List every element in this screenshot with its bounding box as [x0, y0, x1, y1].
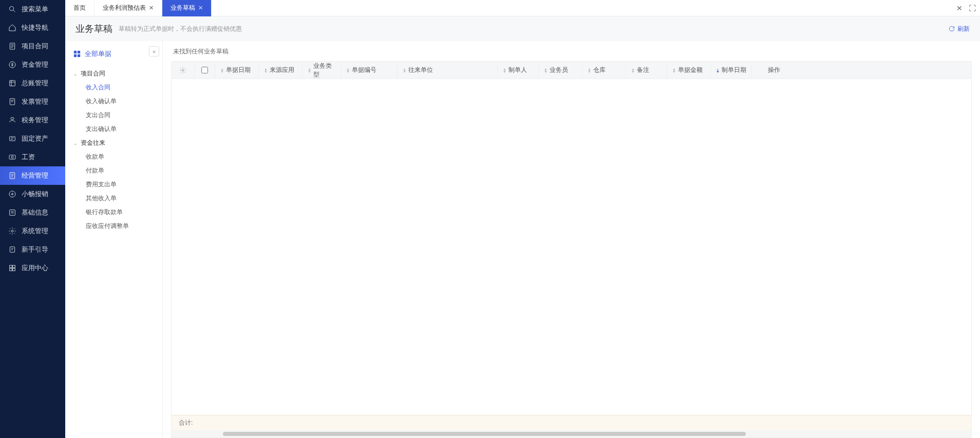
select-all-checkbox[interactable] — [195, 62, 215, 79]
svg-rect-17 — [13, 269, 15, 271]
sidebar-item-quick-nav[interactable]: 快捷导航 — [0, 18, 65, 37]
tab-home[interactable]: 首页 — [65, 0, 95, 16]
sidebar-item-label: 工资 — [22, 153, 35, 162]
sidebar-item-fund-mgmt[interactable]: 资金管理 — [0, 55, 65, 74]
tab-profit-estimate[interactable]: 业务利润预估表 ✕ — [95, 0, 162, 16]
sidebar-item-tax-mgmt[interactable]: 税务管理 — [0, 111, 65, 129]
all-documents-link[interactable]: 全部单据 — [65, 46, 162, 62]
sidebar-item-label: 总账管理 — [22, 79, 48, 88]
tree-leaf-expenditure-contract[interactable]: 支出合同 — [65, 108, 162, 122]
tree-leaf-expense[interactable]: 费用支出单 — [65, 178, 162, 192]
sidebar-item-project-contract[interactable]: 项目合同 — [0, 37, 65, 55]
data-table: 单据日期 来源应用 业务类型 单据编号 往来单位 制单人 业务员 仓库 备注 单… — [171, 61, 972, 438]
expense-icon — [8, 190, 16, 198]
search-icon — [8, 5, 16, 13]
svg-rect-15 — [13, 265, 15, 268]
column-header-biz-type[interactable]: 业务类型 — [303, 62, 341, 79]
sidebar-item-label: 搜索菜单 — [22, 5, 48, 14]
svg-rect-13 — [10, 247, 14, 253]
chevron-down-icon: ⌄ — [73, 141, 78, 146]
tree-group-fund-exchange[interactable]: ⌄ 资金往来 — [65, 136, 162, 150]
sidebar-item-salary[interactable]: 工资 — [0, 148, 65, 166]
close-icon[interactable]: ✕ — [198, 5, 203, 11]
tree-leaf-ar-ap-adjust[interactable]: 应收应付调整单 — [65, 219, 162, 233]
column-header-doc-no[interactable]: 单据编号 — [341, 62, 398, 79]
sidebar-item-expense-claim[interactable]: 小畅报销 — [0, 185, 65, 203]
tree-leaf-payment[interactable]: 付款单 — [65, 164, 162, 178]
sidebar-item-basic-info[interactable]: 基础信息 — [0, 203, 65, 222]
business-icon — [8, 172, 16, 180]
tab-bar: 首页 业务利润预估表 ✕ 业务草稿 ✕ ✕ ⛶ — [65, 0, 980, 16]
table-summary-row: 合计: — [172, 415, 971, 430]
tree-leaf-income-contract[interactable]: 收入合同 — [65, 81, 162, 94]
grid-icon — [73, 50, 81, 58]
document-tree: ⌄ 项目合同 收入合同 收入确认单 支出合同 支出确认单 ⌄ 资金往来 收款单 … — [65, 67, 162, 233]
svg-rect-3 — [10, 81, 15, 86]
page-subtitle: 草稿转为正式单据时，不会执行满赠促销优惠 — [119, 25, 242, 33]
sidebar-item-invoice-mgmt[interactable]: 发票管理 — [0, 92, 65, 111]
svg-point-22 — [182, 69, 184, 71]
empty-message: 未找到任何业务草稿 — [171, 47, 972, 61]
tree-leaf-expenditure-confirm[interactable]: 支出确认单 — [65, 122, 162, 136]
home-icon — [8, 24, 16, 32]
svg-rect-14 — [10, 265, 12, 268]
tab-business-draft[interactable]: 业务草稿 ✕ — [162, 0, 212, 16]
sidebar-item-label: 基础信息 — [22, 208, 48, 217]
tree-leaf-other-income[interactable]: 其他收入单 — [65, 192, 162, 205]
guide-icon — [8, 245, 16, 254]
svg-rect-7 — [9, 155, 15, 159]
tree-group-label: 资金往来 — [81, 139, 105, 147]
sidebar-item-newbie-guide[interactable]: 新手引导 — [0, 240, 65, 259]
sidebar-item-label: 经营管理 — [22, 171, 48, 180]
close-icon[interactable]: ✕ — [149, 5, 154, 11]
page-title: 业务草稿 — [76, 23, 112, 35]
salary-icon — [8, 153, 16, 161]
tab-label: 业务草稿 — [171, 4, 195, 12]
refresh-button[interactable]: 刷新 — [948, 25, 970, 33]
column-header-staff[interactable]: 业务员 — [539, 62, 582, 79]
page-header: 业务草稿 草稿转为正式单据时，不会执行满赠促销优惠 刷新 — [65, 16, 980, 41]
column-settings-button[interactable] — [172, 62, 195, 79]
column-header-action: 操作 — [752, 62, 796, 79]
refresh-label: 刷新 — [957, 25, 970, 33]
sidebar-item-fixed-assets[interactable]: 固定资产 — [0, 129, 65, 148]
column-header-note[interactable]: 备注 — [626, 62, 667, 79]
svg-point-0 — [10, 7, 14, 11]
tree-group-project-contract[interactable]: ⌄ 项目合同 — [65, 67, 162, 81]
scrollbar-thumb[interactable] — [223, 432, 746, 436]
sidebar-item-app-center[interactable]: 应用中心 — [0, 259, 65, 277]
sidebar-item-label: 新手引导 — [22, 245, 48, 254]
tree-group-label: 项目合同 — [81, 69, 105, 78]
column-header-make-date[interactable]: 制单日期 — [711, 62, 752, 79]
sidebar-item-label: 项目合同 — [22, 42, 48, 51]
collapse-panel-button[interactable]: « — [149, 46, 159, 56]
sidebar-item-label: 应用中心 — [22, 263, 48, 273]
info-icon — [8, 208, 16, 217]
svg-rect-18 — [74, 51, 77, 53]
sidebar-item-label: 资金管理 — [22, 60, 48, 69]
svg-rect-21 — [78, 54, 80, 57]
tree-leaf-receipt[interactable]: 收款单 — [65, 150, 162, 164]
column-header-warehouse[interactable]: 仓库 — [582, 62, 626, 79]
sidebar-item-system-mgmt[interactable]: 系统管理 — [0, 222, 65, 240]
horizontal-scrollbar[interactable] — [172, 430, 971, 437]
svg-rect-19 — [78, 51, 80, 53]
tree-leaf-income-confirm[interactable]: 收入确认单 — [65, 94, 162, 108]
apps-icon — [8, 264, 16, 272]
tree-leaf-bank-deposit[interactable]: 银行存取款单 — [65, 205, 162, 219]
sidebar-item-search-menu[interactable]: 搜索菜单 — [0, 0, 65, 18]
svg-rect-11 — [10, 210, 15, 216]
column-header-maker[interactable]: 制单人 — [498, 62, 539, 79]
sidebar-item-business-mgmt[interactable]: 经营管理 — [0, 166, 65, 185]
column-header-source-app[interactable]: 来源应用 — [259, 62, 303, 79]
sidebar-item-label: 固定资产 — [22, 134, 48, 143]
svg-rect-16 — [10, 269, 12, 271]
sidebar-item-label: 系统管理 — [22, 226, 48, 236]
column-header-amount[interactable]: 单据金额 — [667, 62, 711, 79]
sidebar-item-label: 快捷导航 — [22, 23, 48, 32]
column-header-doc-date[interactable]: 单据日期 — [215, 62, 259, 79]
fullscreen-icon[interactable]: ⛶ — [969, 4, 976, 12]
close-all-icon[interactable]: ✕ — [956, 4, 963, 12]
column-header-party[interactable]: 往来单位 — [398, 62, 498, 79]
sidebar-item-general-ledger[interactable]: 总账管理 — [0, 74, 65, 92]
